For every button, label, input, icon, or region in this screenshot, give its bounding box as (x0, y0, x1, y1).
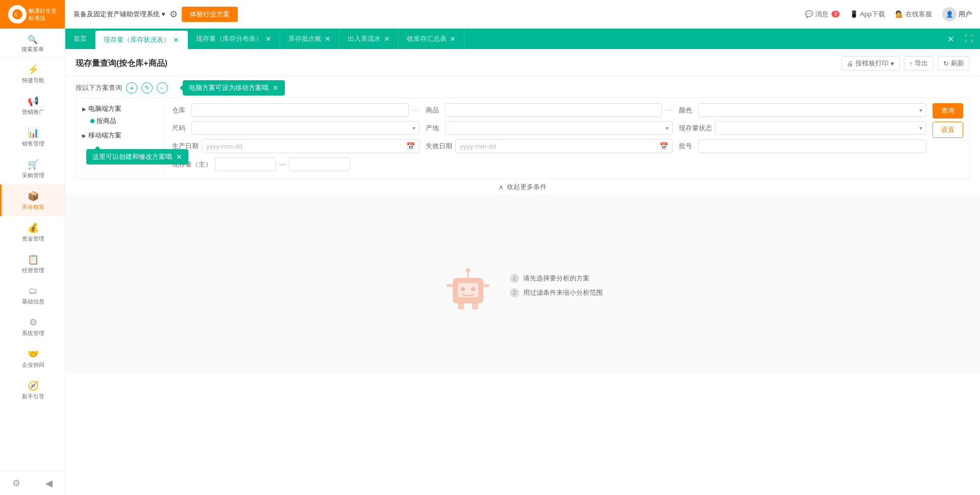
query-btn[interactable]: 查询 (933, 103, 963, 119)
sidebar-item-quick-nav[interactable]: ⚡ 快捷导航 (0, 58, 65, 89)
print-template-btn[interactable]: 🖨 按模板打印 ▾ (841, 56, 900, 70)
sidebar-item-enterprise[interactable]: 🤝 企业协同 (0, 342, 65, 374)
nav-label: 营销推广 (22, 108, 44, 116)
finance-icon: 💰 (28, 222, 39, 233)
tab-inventory-status[interactable]: 现存量（库存状况表） ✕ (95, 31, 188, 49)
tab-home[interactable]: 首页 (65, 29, 95, 49)
range-separator: — (279, 160, 286, 168)
search-menu-btn[interactable]: 🔍 搜索菜单 (0, 29, 65, 58)
create-tooltip-close[interactable]: ✕ (176, 153, 182, 161)
sidebar-item-system[interactable]: ⚙ 系统管理 (0, 311, 65, 342)
stock-status-select[interactable] (715, 121, 926, 135)
size-select[interactable] (191, 121, 420, 135)
batch-field: 批号 (679, 139, 926, 153)
edit-scheme-btn[interactable]: ✎ (141, 82, 153, 93)
empty-step-1: 1 请先选择要分析的方案 (510, 274, 603, 283)
nav-label: 企业协同 (22, 361, 44, 369)
desktop-scheme-sub-item[interactable]: 按商品 (82, 116, 157, 128)
export-icon: ↑ (910, 60, 913, 67)
topbar-left: 装备及固定资产辅助管理系统 ▾ ⚙ 体验行业方案 (74, 7, 238, 22)
tab-close-receive-summary[interactable]: ✕ (450, 35, 456, 43)
collapse-btn[interactable]: ∧ 收起更多条件 (76, 179, 970, 196)
filter-section: 按以下方案查询 + ✎ ← 电脑方案可设为移动方案哦 ✕ (65, 76, 980, 196)
produce-date-field: 生产日期 yyyy-mm-dd 📅 (172, 139, 420, 153)
sidebar-item-sales[interactable]: 📊 销售管理 (0, 121, 65, 153)
tab-close-inout-flow[interactable]: ✕ (384, 35, 390, 43)
query-buttons: 查询 设置 (933, 103, 963, 138)
batch-input[interactable] (698, 139, 926, 153)
message-btn[interactable]: 💬 消息 9 (805, 10, 840, 19)
sidebar-item-guide[interactable]: 🧭 新手引导 (0, 374, 65, 406)
chevron-down-icon: ▾ (162, 10, 165, 18)
expand-icon: ▶ (82, 106, 86, 112)
stock-main-max-input[interactable] (289, 157, 350, 171)
expand-icon-mobile: ▶ (82, 133, 86, 138)
expire-date-input[interactable]: yyyy-mm-dd 📅 (455, 139, 673, 153)
tab-inout-flow[interactable]: 出入库流水 ✕ (339, 29, 399, 49)
step-num-2: 2 (510, 288, 519, 297)
message-label: 消息 (815, 10, 828, 19)
refresh-btn[interactable]: ↻ 刷新 (938, 56, 970, 70)
desktop-scheme-node[interactable]: ▶ 电脑端方案 (82, 103, 157, 116)
mobile-scheme-label: 移动端方案 (88, 131, 121, 140)
guide-icon: 🧭 (28, 380, 39, 391)
refresh-icon: ↻ (943, 60, 949, 67)
filter-row-1: 仓库 ··· 商品 ··· (172, 103, 926, 117)
add-scheme-btn[interactable]: + (126, 82, 137, 93)
sidebar-item-operations[interactable]: 📋 经营管理 (0, 248, 65, 279)
tab-batch-account-label: 库存批次账 (288, 34, 322, 43)
goods-input[interactable] (445, 103, 663, 117)
search-menu-label: 搜索菜单 (21, 45, 44, 53)
empty-step-2: 2 用过滤条件来缩小分析范围 (510, 288, 603, 297)
tab-inventory-dist[interactable]: 现存量（库存分布表） ✕ (188, 29, 280, 49)
goods-field-dots[interactable]: ··· (665, 105, 673, 115)
stock-main-min-input[interactable] (215, 157, 276, 171)
mobile-scheme-node[interactable]: ▶ 移动端方案 (82, 128, 157, 141)
warehouse-input[interactable] (191, 103, 409, 117)
sales-icon: 📊 (28, 127, 39, 138)
svg-point-5 (471, 287, 475, 291)
warehouse-field-dots[interactable]: ··· (412, 105, 420, 115)
logo-icon: 6 (8, 5, 27, 23)
tab-close-inventory-status[interactable]: ✕ (173, 36, 179, 44)
origin-select[interactable] (445, 121, 673, 135)
page-actions: 🖨 按模板打印 ▾ ↑ 导出 ↻ 刷新 (841, 56, 970, 70)
topbar-settings-icon[interactable]: ⚙ (169, 9, 178, 20)
tab-maximize-btn[interactable]: ⛶ (962, 32, 976, 46)
sidebar-item-marketing[interactable]: 📢 营销推广 (0, 89, 65, 121)
nav-label: 系统管理 (22, 329, 44, 337)
scenario-tooltip-close[interactable]: ✕ (273, 84, 279, 92)
mobile-icon: 📱 (850, 10, 858, 18)
prev-scheme-btn[interactable]: ← (157, 82, 168, 93)
export-btn[interactable]: ↑ 导出 (904, 56, 934, 70)
system-title-dropdown[interactable]: 装备及固定资产辅助管理系统 ▾ (74, 10, 165, 19)
topbar-right: 💬 消息 9 📱 App下载 💁 在线客服 👤 用户 (805, 7, 972, 21)
exp-industry-btn[interactable]: 体验行业方案 (182, 7, 238, 22)
sidebar-item-inventory[interactable]: 📦 库存核算 (0, 184, 65, 216)
tab-close-batch-account[interactable]: ✕ (325, 35, 331, 43)
sidebar-item-finance[interactable]: 💰 资金管理 (0, 216, 65, 248)
settings-footer-btn[interactable]: ⚙ (12, 478, 20, 489)
operations-icon: 📋 (28, 254, 39, 265)
app-download-btn[interactable]: 📱 App下载 (850, 10, 885, 19)
collapse-sidebar-btn[interactable]: ◀ (45, 478, 53, 489)
scenario-tooltip-text: 电脑方案可设为移动方案哦 (189, 83, 268, 92)
sidebar-item-base-info[interactable]: 🗂 基础信息 (0, 279, 65, 311)
nav-menu: ⚡ 快捷导航 📢 营销推广 📊 销售管理 🛒 采购管理 📦 库存核算 💰 (0, 58, 65, 471)
filter-header-label: 按以下方案查询 (76, 83, 122, 92)
produce-date-input[interactable]: yyyy-mm-dd 📅 (202, 139, 420, 153)
color-select[interactable] (698, 103, 926, 117)
color-field: 颜色 ▾ (679, 103, 926, 117)
tab-close-all-btn[interactable]: ✕ (943, 32, 958, 46)
tab-batch-account[interactable]: 库存批次账 ✕ (280, 29, 339, 49)
sidebar-item-purchase[interactable]: 🛒 采购管理 (0, 153, 65, 184)
online-support-btn[interactable]: 💁 在线客服 (895, 10, 932, 19)
content-inner: 现存量查询(按仓库+商品) 🖨 按模板打印 ▾ ↑ 导出 ↻ (65, 49, 980, 495)
tabbar-end: ✕ ⛶ (943, 32, 980, 46)
user-menu-btn[interactable]: 👤 用户 (942, 7, 972, 21)
tab-close-inventory-dist[interactable]: ✕ (265, 35, 272, 43)
marketing-icon: 📢 (28, 96, 39, 107)
tab-receive-summary[interactable]: 收发存汇总表 ✕ (399, 29, 464, 49)
settings-btn[interactable]: 设置 (933, 122, 963, 138)
tab-inout-flow-label: 出入库流水 (348, 34, 381, 43)
